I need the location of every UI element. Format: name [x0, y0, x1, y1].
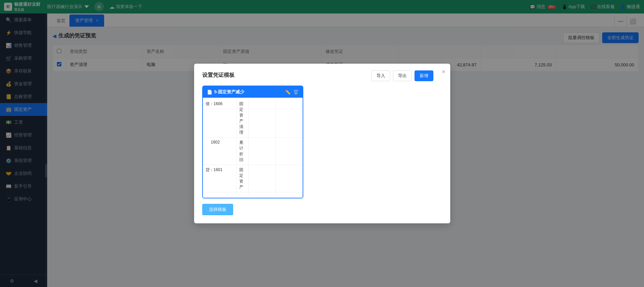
entry4-name: [237, 192, 249, 196]
entry1-credit: [276, 99, 303, 137]
template-entry-3: 贷：1601 固定资产: [203, 165, 303, 192]
template-name: 5-固定资产减少: [214, 89, 245, 95]
new-template-btn[interactable]: 新增: [415, 70, 433, 81]
template-card-header: 📄 5-固定资产减少 ✏️ 🗑️: [203, 86, 303, 98]
entry2-side: 1602: [203, 138, 237, 165]
template-card-body: 借：1606 固定资产清理 1602 累计折旧 贷：1601: [203, 98, 303, 198]
entry2-debit: [249, 138, 276, 165]
template-entry-1: 借：1606 固定资产清理: [203, 99, 303, 138]
entry2-credit: [276, 138, 303, 165]
entry1-name: 固定资产清理: [237, 99, 249, 137]
template-delete-icon[interactable]: 🗑️: [293, 90, 299, 95]
entry4-debit: [249, 192, 276, 196]
template-header-actions: ✏️ 🗑️: [285, 90, 299, 95]
select-template-btn[interactable]: 选择模板: [202, 204, 233, 215]
modal-overlay: 设置凭证模板 × 导入 导出 新增 📄 5-固定资产减少 ✏️ 🗑️: [0, 0, 644, 287]
entry3-credit: [276, 165, 303, 192]
template-list: 📄 5-固定资产减少 ✏️ 🗑️ 借：1606 固定资产清理: [202, 86, 442, 198]
modal-close-btn[interactable]: ×: [442, 68, 446, 75]
entry1-debit: [249, 99, 276, 137]
template-card-header-left: 📄 5-固定资产减少: [207, 89, 245, 95]
modal-toolbar: 导入 导出 新增: [371, 70, 433, 81]
template-card: 📄 5-固定资产减少 ✏️ 🗑️ 借：1606 固定资产清理: [202, 86, 303, 198]
entry4-side: [203, 192, 237, 196]
entry3-debit: [249, 165, 276, 192]
template-entry-2: 1602 累计折旧: [203, 138, 303, 165]
entry3-side: 贷：1601: [203, 165, 237, 192]
template-doc-icon: 📄: [207, 90, 212, 95]
export-btn[interactable]: 导出: [393, 70, 412, 81]
template-edit-icon[interactable]: ✏️: [285, 90, 290, 95]
entry1-side: 借：1606: [203, 99, 237, 137]
import-btn[interactable]: 导入: [371, 70, 390, 81]
modal-set-template: 设置凭证模板 × 导入 导出 新增 📄 5-固定资产减少 ✏️ 🗑️: [194, 64, 450, 223]
entry3-name: 固定资产: [237, 165, 249, 192]
template-entry-4: [203, 192, 303, 196]
entry4-credit: [276, 192, 303, 196]
entry2-name: 累计折旧: [237, 138, 249, 165]
